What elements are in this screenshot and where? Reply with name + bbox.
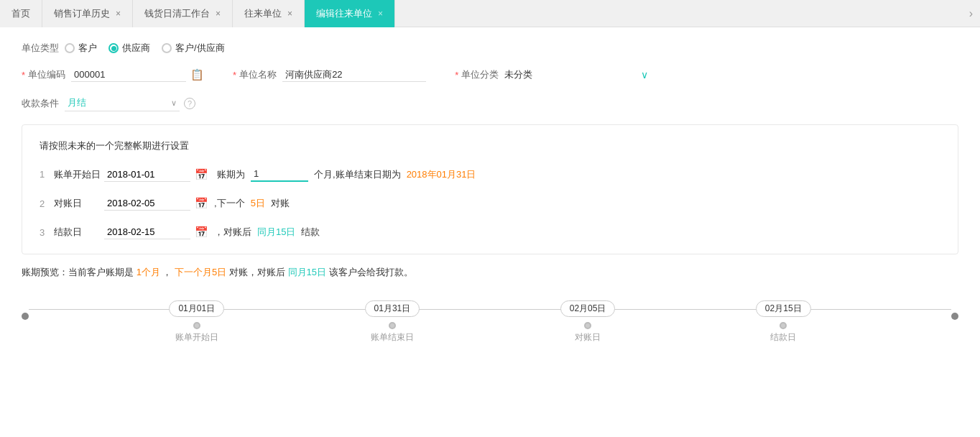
account-start-date-input[interactable] [104, 167, 190, 182]
timeline-node-2-label: 01月31日 [365, 300, 420, 317]
reconcile-date-input[interactable] [104, 196, 190, 211]
unit-category-arrow-icon: ∨ [641, 69, 648, 80]
unit-code-required: * [22, 70, 25, 80]
payment-terms-help-icon[interactable]: ? [184, 98, 195, 109]
preview-text1: ， [162, 267, 172, 277]
reconcile-date-calendar-icon[interactable]: 📅 [195, 197, 208, 210]
timeline-node-2-dot [389, 322, 396, 329]
preview-part2: 下一个月5日 [175, 267, 226, 277]
main-content: 单位类型 客户 供应商 客户/供应商 * 单位编码 📋 * [0, 27, 980, 437]
close-partner-unit-icon[interactable]: × [287, 9, 292, 19]
timeline-start-dot [22, 300, 29, 320]
unit-type-radio-group: 客户 供应商 客户/供应商 [65, 42, 225, 55]
period-row-2: 2 对账日 📅 ,下一个 5日 对账 [40, 196, 940, 211]
radio-customer-circle [65, 43, 75, 53]
account-start-date-calendar-icon[interactable]: 📅 [195, 168, 208, 181]
unit-category-required: * [455, 70, 458, 80]
close-edit-partner-icon[interactable]: × [378, 9, 383, 19]
tab-cash-work[interactable]: 钱货日清工作台 × [133, 0, 233, 27]
unit-name-label: 单位名称 [239, 68, 277, 81]
timeline-node-1-label: 01月01日 [169, 300, 224, 317]
radio-customer-supplier-label: 客户/供应商 [175, 42, 225, 55]
timeline-node-4-sublabel: 结款日 [770, 331, 796, 344]
radio-customer-label: 客户 [78, 42, 97, 55]
close-sales-history-icon[interactable]: × [116, 9, 121, 19]
unit-name-input[interactable] [282, 68, 426, 82]
period-row-3-num: 3 [40, 227, 54, 238]
preview-label: 账期预览：当前客户账期是 [22, 267, 134, 277]
unit-code-input[interactable] [71, 68, 186, 82]
tab-partner-unit[interactable]: 往来单位 × [233, 0, 305, 27]
period-row-3: 3 结款日 📅 ，对账后 同月15日 结款 [40, 225, 940, 239]
timeline-node-3-sublabel: 对账日 [575, 331, 601, 344]
timeline-end-dot [951, 300, 958, 320]
period-row-2-suffix: 对账 [271, 197, 290, 210]
preview-text2: 对账，对账后 [229, 267, 285, 277]
timeline-node-4: 02月15日 结款日 [756, 300, 811, 344]
timeline-node-1-dot [193, 322, 200, 329]
unit-code-label: 单位编码 [28, 68, 65, 81]
radio-supplier-circle [108, 43, 119, 53]
period-row-1-label: 账单开始日 [54, 168, 104, 181]
period-row-3-suffix: 结款 [301, 226, 320, 239]
tabs-bar: 首页 销售订单历史 × 钱货日清工作台 × 往来单位 × 编辑往来单位 × › [0, 0, 980, 27]
period-row-3-prefix: ，对账后 [214, 226, 251, 239]
tab-home[interactable]: 首页 [0, 0, 42, 27]
preview-text-row: 账期预览：当前客户账期是 1个月 ， 下一个月5日 对账，对账后 同月15日 该… [22, 266, 958, 279]
account-end-date-highlight: 2018年01月31日 [407, 168, 476, 181]
payment-day-highlight: 同月15日 [257, 226, 295, 239]
unit-type-row: 单位类型 客户 供应商 客户/供应商 [22, 42, 958, 55]
payment-terms-arrow-icon: ∨ [171, 98, 177, 108]
period-row-2-prefix: ,下一个 [214, 197, 245, 210]
radio-customer-supplier-circle [162, 43, 172, 53]
timeline-section: 01月01日 账单开始日 01月31日 账单结束日 02月05日 对账日 02月… [22, 293, 958, 365]
timeline-start-circle [22, 313, 29, 320]
timeline-node-3: 02月05日 对账日 [560, 300, 616, 344]
preview-part3: 同月15日 [288, 267, 326, 277]
period-row-2-label: 对账日 [54, 197, 104, 210]
period-settings-box: 请按照未来的一个完整帐期进行设置 1 账单开始日 📅 账期为 个月,账单结束日期… [22, 124, 958, 254]
unit-info-row: * 单位编码 📋 * 单位名称 * 单位分类 未分类 ∨ [22, 68, 958, 82]
tabs-scroll-arrow[interactable]: › [962, 7, 980, 20]
timeline-node-4-label: 02月15日 [756, 300, 811, 317]
radio-customer[interactable]: 客户 [65, 42, 97, 55]
timeline-node-1-sublabel: 账单开始日 [175, 331, 218, 344]
tab-sales-history[interactable]: 销售订单历史 × [42, 0, 133, 27]
period-months-input[interactable] [251, 167, 308, 182]
preview-part1: 1个月 [137, 267, 160, 277]
payment-date-calendar-icon[interactable]: 📅 [195, 226, 208, 239]
unit-category-dropdown[interactable]: 未分类 ∨ [504, 68, 648, 81]
timeline-node-1: 01月01日 账单开始日 [169, 300, 224, 344]
unit-code-field: * 单位编码 📋 [22, 68, 204, 82]
unit-name-required: * [233, 70, 236, 80]
period-row-1-suffix: 个月,账单结束日期为 [314, 168, 401, 181]
timeline-nodes: 01月01日 账单开始日 01月31日 账单结束日 02月05日 对账日 02月… [22, 300, 958, 344]
unit-name-field: * 单位名称 [233, 68, 426, 82]
period-row-3-label: 结款日 [54, 226, 104, 239]
payment-terms-dropdown[interactable]: 月结 ∨ [65, 95, 180, 111]
unit-category-label: 单位分类 [461, 68, 499, 81]
period-box-title: 请按照未来的一个完整帐期进行设置 [40, 139, 940, 152]
unit-category-value: 未分类 [504, 68, 641, 81]
radio-supplier[interactable]: 供应商 [108, 42, 150, 55]
preview-text3: 该客户会给我打款。 [329, 267, 413, 277]
reconcile-day-highlight: 5日 [251, 197, 265, 210]
timeline-node-3-dot [584, 322, 591, 329]
tab-edit-partner[interactable]: 编辑往来单位 × [305, 0, 395, 27]
period-row-2-num: 2 [40, 198, 54, 209]
unit-category-field: * 单位分类 未分类 ∨ [455, 68, 648, 81]
payment-terms-row: 收款条件 月结 ∨ ? [22, 95, 958, 111]
payment-terms-value: 月结 [68, 96, 171, 109]
period-row-1-prefix: 账期为 [217, 168, 245, 181]
payment-terms-label: 收款条件 [22, 97, 59, 110]
unit-type-label: 单位类型 [22, 42, 59, 55]
unit-code-copy-icon[interactable]: 📋 [190, 68, 204, 81]
payment-date-input[interactable] [104, 225, 190, 239]
timeline-end-circle [951, 313, 958, 320]
period-row-1-num: 1 [40, 169, 54, 180]
radio-customer-supplier[interactable]: 客户/供应商 [162, 42, 225, 55]
timeline-node-4-dot [780, 322, 787, 329]
period-row-1: 1 账单开始日 📅 账期为 个月,账单结束日期为 2018年01月31日 [40, 167, 940, 182]
close-cash-work-icon[interactable]: × [216, 9, 221, 19]
timeline-node-2-sublabel: 账单结束日 [371, 331, 414, 344]
